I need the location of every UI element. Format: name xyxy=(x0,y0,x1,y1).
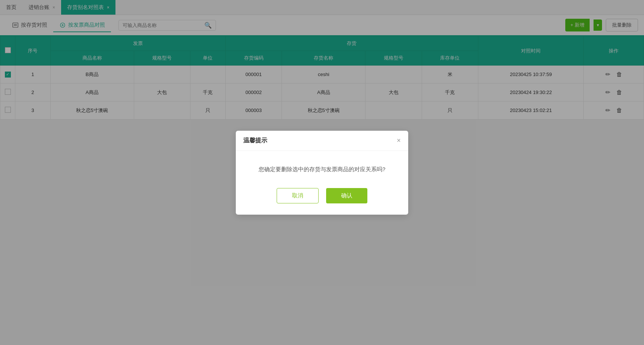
modal-overlay: 温馨提示 × 您确定要删除选中的存货与发票商品的对应关系吗? 取消 确认 xyxy=(0,0,644,119)
